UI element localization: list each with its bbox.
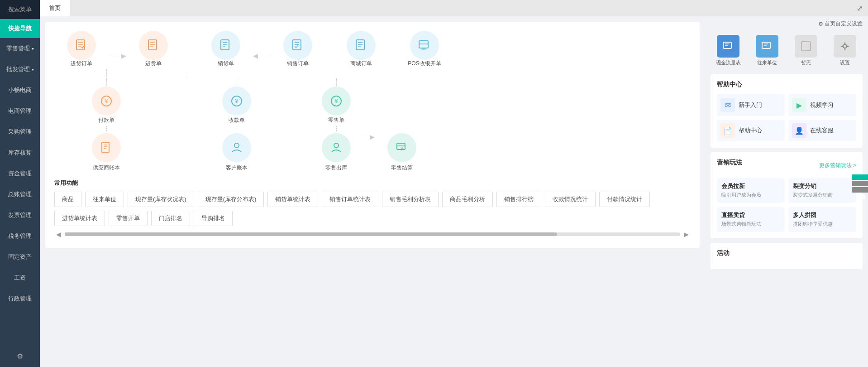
- flow-node-mall-order[interactable]: 商城订单: [334, 31, 388, 68]
- func-btn-sales-stat[interactable]: 销货单统计表: [267, 192, 318, 207]
- svg-rect-12: [293, 40, 301, 50]
- flow-node-pos[interactable]: POS收银开单: [397, 31, 452, 68]
- chevron-down-icon: ▾: [32, 67, 34, 72]
- svg-rect-4: [148, 40, 157, 50]
- flow-node-sales-order[interactable]: 销售订单: [271, 31, 325, 68]
- marketing-card: 营销玩法 更多营销玩法 > 会员拉新 吸引用户成为会员 裂变分销 裂变式发展分销…: [711, 152, 863, 238]
- tab-home[interactable]: 首页: [40, 0, 70, 16]
- func-btn-sales-rank[interactable]: 销售排行榜: [496, 192, 541, 207]
- svg-rect-8: [221, 40, 229, 50]
- func-btn-inventory-status[interactable]: 现存量(库存状况表): [128, 192, 194, 207]
- scroll-right-btn[interactable]: ▶: [682, 230, 691, 239]
- customer-ledger-icon: [222, 133, 251, 162]
- float-buttons: 客服热线 服务社区 桌面快捷: [852, 174, 868, 193]
- marketing-item-group[interactable]: 多人拼团 拼团购物享受优惠: [788, 207, 856, 232]
- sidebar-item-purchase[interactable]: 采购管理: [0, 121, 40, 142]
- more-marketing-link[interactable]: 更多营销玩法 >: [819, 162, 856, 169]
- func-btn-sales-profit[interactable]: 销售毛利分析表: [382, 192, 439, 207]
- quick-icon-settings[interactable]: 设置: [827, 35, 863, 66]
- activity-card: 活动: [711, 243, 863, 269]
- help-item-video[interactable]: ▶ 视频学习: [788, 94, 856, 116]
- marketing-item-live[interactable]: 直播卖货 场景式购物新玩法: [717, 207, 785, 232]
- func-btn-receipt-stat[interactable]: 收款情况统计: [545, 192, 596, 207]
- func-btn-purchase-stat[interactable]: 进货单统计表: [54, 211, 105, 226]
- quick-icon-contacts[interactable]: 往来单位: [749, 35, 785, 66]
- flow-node-purchase-order[interactable]: 进货订单: [54, 31, 109, 68]
- marketing-title: 营销玩法: [717, 159, 742, 167]
- arrow-right-1: ▶: [109, 52, 126, 68]
- float-btn-service[interactable]: 客服热线: [852, 174, 868, 180]
- help-card: 帮助中心 ✉ 新手入门 ▶ 视频学习 📄 帮助中心 👤: [711, 74, 863, 148]
- func-btn-goods[interactable]: 商品: [54, 192, 81, 207]
- sales-order-icon: [283, 31, 312, 60]
- right-panel: ⚙ 首页自定义设置 现金流量表 往来单位: [705, 16, 868, 367]
- quick-icon-cashflow[interactable]: 现金流量表: [711, 35, 746, 66]
- scroll-track[interactable]: [65, 232, 680, 236]
- sidebar-item-fixed-assets[interactable]: 固定资产: [0, 246, 40, 267]
- contacts-icon: [756, 35, 778, 58]
- sidebar-item-payroll[interactable]: 工资: [0, 267, 40, 288]
- sidebar-item-tax[interactable]: 税务管理: [0, 226, 40, 246]
- sidebar-item-invoice[interactable]: 发票管理: [0, 205, 40, 226]
- arrow-right-retail: ▶: [363, 133, 375, 149]
- sidebar: 搜索菜单 快捷导航 零售管理 ▾ 批发管理 ▾ 小畅电商 电商管理 采购管理 库…: [0, 0, 40, 367]
- svg-text:¥: ¥: [400, 147, 403, 152]
- marketing-header: 营销玩法 更多营销玩法 >: [717, 159, 856, 172]
- video-icon: ▶: [792, 98, 806, 112]
- sidebar-item-admin[interactable]: 行政管理: [0, 288, 40, 309]
- chevron-down-icon: ▾: [32, 46, 34, 51]
- help-item-chat[interactable]: 👤 在线客服: [788, 120, 856, 141]
- sidebar-item-retail[interactable]: 零售管理 ▾: [0, 38, 40, 59]
- expand-icon[interactable]: ⤢: [851, 4, 868, 13]
- func-btn-goods-profit[interactable]: 商品毛利分析: [442, 192, 493, 207]
- sales-icon: [211, 31, 240, 60]
- func-btn-sales-order-stat[interactable]: 销售订单统计表: [322, 192, 378, 207]
- func-btn-guide-rank[interactable]: 导购排名: [194, 211, 233, 226]
- float-btn-desktop[interactable]: 桌面快捷: [852, 187, 868, 193]
- pos-icon: [410, 31, 439, 60]
- sidebar-item-ledger[interactable]: 总账管理: [0, 184, 40, 205]
- customize-link[interactable]: ⚙ 首页自定义设置: [711, 20, 863, 28]
- sidebar-nav-header[interactable]: 快捷导航: [0, 19, 40, 38]
- receipt-icon: ¥: [222, 87, 251, 116]
- sidebar-item-ecommerce[interactable]: 电商管理: [0, 101, 40, 121]
- flow-node-purchase[interactable]: 进货单: [126, 31, 181, 68]
- help-icon: 📄: [720, 123, 735, 138]
- settings-button[interactable]: ⚙: [0, 346, 40, 367]
- marketing-item-member[interactable]: 会员拉新 吸引用户成为会员: [717, 178, 785, 203]
- scrollbar: ◀ ▶: [54, 230, 691, 239]
- retail-order-icon: ¥: [322, 87, 351, 116]
- svg-text:¥: ¥: [104, 97, 108, 105]
- svg-point-32: [234, 143, 239, 148]
- sidebar-item-ecommerce-xc[interactable]: 小畅电商: [0, 80, 40, 101]
- marketing-grid: 会员拉新 吸引用户成为会员 裂变分销 裂变式发展分销商 直播卖货 场景式购物新玩…: [717, 178, 856, 232]
- flow-card: 进货订单 ▶ 进货单: [45, 22, 700, 248]
- quick-icon-empty: 暂无: [788, 35, 824, 66]
- sidebar-item-finance[interactable]: 资金管理: [0, 163, 40, 184]
- scroll-thumb: [65, 232, 557, 236]
- empty-icon: [795, 35, 817, 58]
- float-btn-community[interactable]: 服务社区: [852, 181, 868, 186]
- sidebar-item-wholesale[interactable]: 批发管理 ▾: [0, 59, 40, 80]
- help-item-beginner[interactable]: ✉ 新手入门: [717, 94, 785, 116]
- flow-node-sales[interactable]: 销货单: [199, 31, 253, 68]
- svg-rect-15: [356, 40, 364, 50]
- sidebar-item-inventory[interactable]: 库存核算: [0, 142, 40, 163]
- svg-rect-0: [76, 40, 85, 50]
- marketing-item-fission[interactable]: 裂变分销 裂变式发展分销商: [788, 178, 856, 203]
- svg-text:¥: ¥: [234, 97, 238, 105]
- func-btn-inventory-dist[interactable]: 现存量(库存分布表): [198, 192, 264, 207]
- scroll-left-btn[interactable]: ◀: [54, 230, 63, 239]
- help-grid: ✉ 新手入门 ▶ 视频学习 📄 帮助中心 👤 在线客服: [717, 94, 856, 141]
- tab-bar: 首页 ⤢: [40, 0, 868, 16]
- quick-icon-grid: 现金流量表 往来单位 暂无: [711, 35, 863, 66]
- func-btn-retail-order[interactable]: 零售开单: [109, 211, 148, 226]
- payment-icon: ¥: [92, 87, 121, 116]
- func-btn-payment-stat[interactable]: 付款情况统计: [599, 192, 650, 207]
- sidebar-search[interactable]: 搜索菜单: [0, 0, 40, 19]
- settings-icon: [834, 35, 856, 58]
- func-btn-store-rank[interactable]: 门店排名: [151, 211, 190, 226]
- mall-order-icon: [347, 31, 376, 60]
- help-item-help[interactable]: 📄 帮助中心: [717, 120, 785, 141]
- func-btn-contacts[interactable]: 往来单位: [85, 192, 124, 207]
